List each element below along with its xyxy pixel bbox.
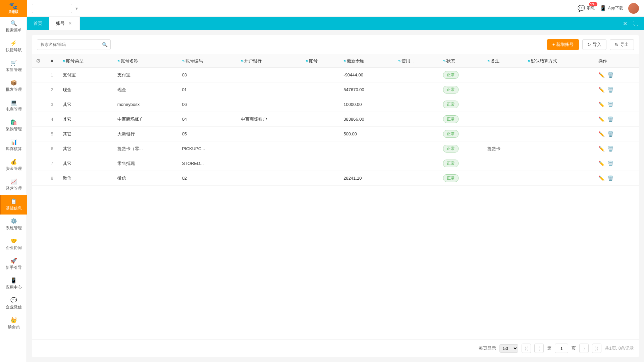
sidebar-item-operation-mgmt[interactable]: 📈 经营管理 (0, 175, 27, 195)
tab-account[interactable]: 账号 ✕ (49, 17, 80, 30)
settings-icon[interactable]: ⚙ (36, 58, 41, 64)
retail-mgmt-icon: 🛒 (3, 60, 25, 66)
enterprise-wechat-icon: 💬 (3, 297, 25, 303)
sidebar-item-purchase-mgmt[interactable]: 🛍️ 采购管理 (0, 116, 27, 135)
sidebar-item-search-menu[interactable]: 🔍 搜索菜单 (0, 17, 27, 37)
col-action: 操作 (594, 54, 639, 68)
app-logo[interactable]: 🐾 乐惠版 (0, 0, 27, 17)
action-btns-5: ✏️ 🗑️ (598, 146, 635, 152)
sidebar-item-retail-mgmt[interactable]: 🛒 零售管理 (0, 56, 27, 76)
sidebar-item-wholesale-mgmt[interactable]: 📦 批发管理 (0, 76, 27, 96)
row-code-7: 02 (178, 171, 237, 186)
sidebar-item-operation-mgmt-label: 经营管理 (3, 186, 25, 191)
page-next-button[interactable]: ⟩ (579, 344, 589, 353)
row-type-3: 其它 (59, 112, 113, 127)
message-button[interactable]: 💬 99+ 消息 (578, 5, 595, 12)
sidebar-item-enterprise-wechat[interactable]: 💬 企业微信 (0, 294, 27, 313)
row-usage-7 (394, 171, 439, 186)
edit-button-7[interactable]: ✏️ (598, 175, 605, 181)
row-bank-5 (237, 141, 302, 156)
col-type[interactable]: ⇅账号类型 (59, 54, 113, 68)
export-button[interactable]: ↻ 导出 (610, 39, 634, 50)
user-avatar[interactable] (628, 3, 639, 14)
delete-button-7[interactable]: 🗑️ (607, 175, 614, 181)
row-setting-7 (32, 171, 45, 186)
quick-nav-icon: ⚡ (3, 40, 25, 46)
row-num-5: 6 (45, 141, 59, 156)
col-account-no[interactable]: ⇅账号 (302, 54, 340, 68)
tab-home[interactable]: 首页 (27, 17, 49, 30)
row-code-2: 06 (178, 97, 237, 112)
tab-expand-button[interactable]: ⛶ (631, 19, 641, 28)
sidebar-item-enterprise-agree[interactable]: 🤝 企业协同 (0, 234, 27, 254)
col-balance[interactable]: ⇅最新余额 (339, 54, 394, 68)
edit-button-3[interactable]: ✏️ (598, 116, 605, 122)
topbar-search-input[interactable] (32, 4, 72, 13)
search-menu-icon: 🔍 (3, 20, 25, 26)
delete-button-4[interactable]: 🗑️ (607, 131, 614, 137)
sidebar-item-capital-mgmt[interactable]: 💰 资金管理 (0, 155, 27, 175)
page-prev-button[interactable]: ⟨ (534, 344, 544, 353)
page-label-after: 页 (572, 345, 576, 351)
sidebar-item-system-mgmt[interactable]: ⚙️ 系统管理 (0, 215, 27, 234)
edit-button-6[interactable]: ✏️ (598, 161, 605, 167)
delete-button-5[interactable]: 🗑️ (607, 146, 614, 152)
purchase-mgmt-icon: 🛍️ (3, 119, 25, 125)
sidebar-item-inventory-calc[interactable]: 📊 库存核算 (0, 135, 27, 155)
operation-mgmt-icon: 📈 (3, 178, 25, 185)
app-download-button[interactable]: 📱 App下载 (600, 5, 623, 11)
col-default-payment[interactable]: ⇅默认结算方式 (524, 54, 595, 68)
search-button[interactable]: 🔍 (99, 40, 110, 50)
delete-button-6[interactable]: 🗑️ (607, 161, 614, 167)
col-remark[interactable]: ⇅备注 (483, 54, 523, 68)
table-row: 8 微信 微信 02 28241.10 正常 ✏️ 🗑️ (32, 171, 639, 186)
col-bank[interactable]: ⇅开户银行 (237, 54, 302, 68)
add-account-button[interactable]: + 新增账号 (547, 39, 579, 50)
edit-button-5[interactable]: ✏️ (598, 146, 605, 152)
col-setting[interactable]: ⚙ (32, 54, 45, 68)
page-label-before: 第 (547, 345, 551, 351)
import-button[interactable]: ↻ 导入 (582, 39, 606, 50)
tab-account-close[interactable]: ✕ (67, 21, 73, 26)
row-remark-4 (483, 127, 523, 141)
chevron-down-icon[interactable]: ▾ (75, 6, 78, 11)
sidebar-item-quick-nav[interactable]: ⚡ 快捷导航 (0, 37, 27, 56)
search-input[interactable] (37, 40, 99, 50)
delete-button-2[interactable]: 🗑️ (607, 102, 614, 108)
row-remark-6 (483, 156, 523, 171)
col-status[interactable]: ⇅状态 (439, 54, 483, 68)
col-name[interactable]: ⇅账号名称 (113, 54, 178, 68)
row-setting-4 (32, 127, 45, 141)
tab-close-all-button[interactable]: ✕ (620, 19, 630, 28)
sidebar-item-member[interactable]: 👑 畅会员 (0, 313, 27, 333)
table-row: 6 其它 提货卡（零... PICKUPC... 正常 提货卡 ✏️ 🗑️ (32, 141, 639, 156)
row-type-5: 其它 (59, 141, 113, 156)
col-code[interactable]: ⇅账号编码 (178, 54, 237, 68)
row-status-0: 正常 (439, 68, 483, 82)
page-last-button[interactable]: ⟩⟩ (592, 344, 601, 353)
sidebar-item-app-center[interactable]: 📱 应用中心 (0, 274, 27, 294)
row-num-0: 1 (45, 68, 59, 82)
edit-button-0[interactable]: ✏️ (598, 72, 605, 78)
page-input[interactable] (555, 344, 568, 353)
page-size-label: 每页显示 (479, 345, 496, 351)
message-label: 消息 (587, 5, 595, 11)
sidebar-item-basic-info[interactable]: 📋 基础信息 (0, 195, 27, 215)
delete-button-0[interactable]: 🗑️ (607, 72, 614, 78)
edit-button-1[interactable]: ✏️ (598, 87, 605, 93)
status-badge-0: 正常 (443, 71, 459, 79)
delete-button-3[interactable]: 🗑️ (607, 116, 614, 122)
search-icon: 🔍 (102, 42, 108, 47)
row-action-0: ✏️ 🗑️ (594, 68, 639, 82)
sidebar-item-enterprise-wechat-label: 企业微信 (3, 304, 25, 310)
sidebar-item-ecommerce-mgmt[interactable]: 💻 电商管理 (0, 96, 27, 116)
sidebar-item-new-guide[interactable]: 🚀 新手引导 (0, 254, 27, 274)
col-usage[interactable]: ⇅使用... (394, 54, 439, 68)
delete-button-1[interactable]: 🗑️ (607, 87, 614, 93)
page-first-button[interactable]: ⟨⟨ (522, 344, 531, 353)
page-size-select[interactable]: 50 10 20 100 (499, 344, 518, 353)
sidebar: 🐾 乐惠版 🔍 搜索菜单 ⚡ 快捷导航 🛒 零售管理 📦 批发管理 💻 电商管理… (0, 0, 27, 362)
row-name-2: moneybosx (113, 97, 178, 112)
edit-button-4[interactable]: ✏️ (598, 131, 605, 137)
edit-button-2[interactable]: ✏️ (598, 102, 605, 108)
